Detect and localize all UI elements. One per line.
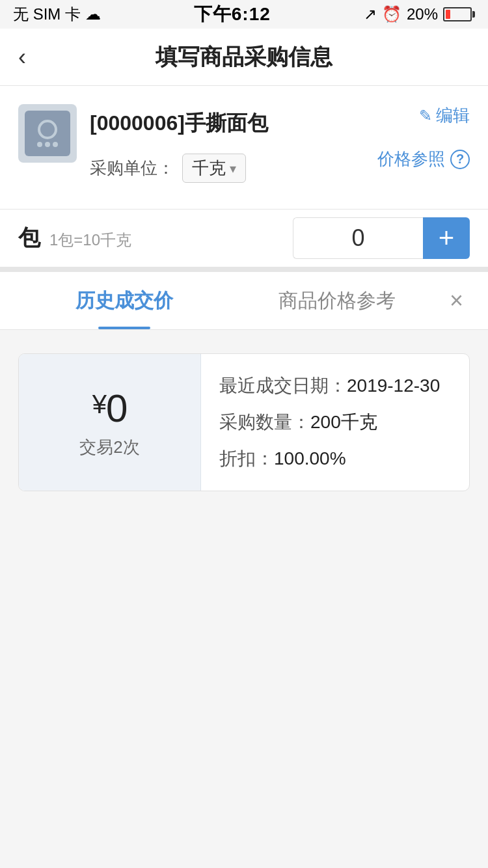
discount-label: 折扣： bbox=[219, 448, 274, 468]
alarm-icon: ⏰ bbox=[382, 5, 401, 23]
currency-symbol: ¥ bbox=[92, 390, 106, 419]
tab-product-price-reference[interactable]: 商品价格参考 bbox=[230, 272, 442, 329]
battery-percent: 20% bbox=[407, 5, 438, 23]
price-card: ¥0 交易2次 最近成交日期：2019-12-30 采购数量：200千克 折扣：… bbox=[18, 353, 470, 491]
question-icon: ? bbox=[450, 150, 470, 169]
no-sim-text: 无 SIM 卡 ☁ bbox=[13, 4, 101, 25]
status-right: ↗ ⏰ 20% bbox=[364, 5, 475, 23]
page-title: 填写商品采购信息 bbox=[156, 42, 332, 72]
edit-button[interactable]: ✎ 编辑 bbox=[419, 104, 470, 127]
unit-label: 采购单位： bbox=[90, 157, 174, 180]
discount-row: 折扣：100.00% bbox=[219, 445, 451, 472]
close-button[interactable]: × bbox=[443, 287, 470, 314]
quantity-increment-button[interactable]: + bbox=[423, 217, 470, 259]
quantity-label: 采购数量： bbox=[219, 412, 310, 432]
price-summary: ¥0 交易2次 bbox=[19, 354, 201, 491]
quantity-value: 200千克 bbox=[310, 412, 377, 432]
quantity-section: 包 1包=10千克 0 + bbox=[0, 210, 488, 272]
recent-date-row: 最近成交日期：2019-12-30 bbox=[219, 372, 451, 400]
quantity-row: 采购数量：200千克 bbox=[219, 409, 451, 436]
status-left: 无 SIM 卡 ☁ bbox=[13, 4, 101, 25]
price-amount: ¥0 bbox=[92, 386, 128, 431]
product-card: [0000006]手撕面包 采购单位： 千克 ▾ ✎ 编辑 价格参照 ? bbox=[0, 86, 488, 210]
price-details: 最近成交日期：2019-12-30 采购数量：200千克 折扣：100.00% bbox=[201, 354, 469, 491]
quantity-input[interactable]: 0 bbox=[293, 217, 423, 259]
recent-date-value: 2019-12-30 bbox=[347, 375, 440, 396]
trade-count: 交易2次 bbox=[79, 436, 139, 459]
unit-selector[interactable]: 千克 ▾ bbox=[182, 154, 246, 183]
location-icon: ↗ bbox=[364, 5, 377, 23]
chevron-down-icon: ▾ bbox=[230, 161, 236, 176]
nav-bar: ‹ 填写商品采购信息 bbox=[0, 29, 488, 86]
edit-icon: ✎ bbox=[419, 107, 432, 125]
tab-history-price[interactable]: 历史成交价 bbox=[18, 272, 230, 329]
tabs-bar: 历史成交价 商品价格参考 × bbox=[0, 272, 488, 330]
product-thumbnail bbox=[18, 104, 77, 163]
battery-icon bbox=[443, 7, 475, 21]
quantity-unit: 包 bbox=[18, 223, 40, 253]
discount-value: 100.00% bbox=[274, 448, 346, 468]
status-time: 下午6:12 bbox=[194, 2, 271, 27]
back-button[interactable]: ‹ bbox=[18, 44, 26, 71]
unit-value: 千克 bbox=[192, 157, 226, 180]
unit-conversion: 1包=10千克 bbox=[49, 230, 131, 251]
price-reference-button[interactable]: 价格参照 ? bbox=[377, 148, 470, 170]
status-bar: 无 SIM 卡 ☁ 下午6:12 ↗ ⏰ 20% bbox=[0, 0, 488, 29]
product-name: [0000006]手撕面包 bbox=[90, 109, 268, 138]
recent-date-label: 最近成交日期： bbox=[219, 375, 347, 396]
content-area: ¥0 交易2次 最近成交日期：2019-12-30 采购数量：200千克 折扣：… bbox=[0, 330, 488, 515]
